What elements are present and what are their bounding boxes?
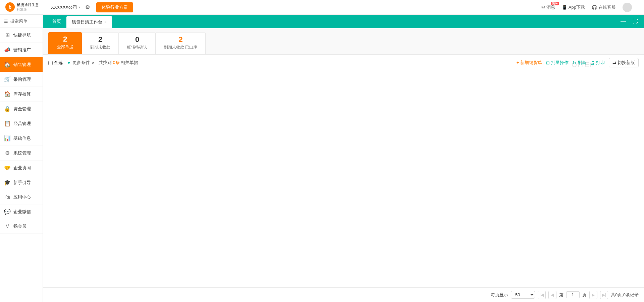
batch-operation-button[interactable]: ⊞ 批量操作	[546, 60, 569, 66]
prev-page-button[interactable]: ◀	[548, 291, 556, 299]
sidebar-label-member: 畅会员	[13, 223, 26, 229]
sidebar-item-appstore[interactable]: 🛍 应用中心	[0, 190, 43, 204]
found-suffix: 相关单据	[121, 60, 138, 65]
stat-tab-shipped[interactable]: 2 到期未收款 已出库	[156, 32, 206, 54]
sidebar-item-finance[interactable]: 🔒 资金管理	[0, 102, 43, 116]
switch-icon: ⇄	[612, 60, 616, 65]
table-area	[43, 71, 644, 287]
tab-home-label: 首页	[52, 18, 61, 24]
tab-close-icon[interactable]: ×	[104, 20, 107, 24]
print-button[interactable]: 🖨 打印	[590, 60, 605, 66]
switch-version-button[interactable]: ⇄ 切换新版	[609, 58, 639, 67]
sidebar-label-business: 经营管理	[13, 121, 31, 127]
sidebar-label-system: 系统管理	[13, 150, 31, 156]
sidebar-label-wechat: 企业微信	[13, 209, 31, 215]
sidebar-item-quick-nav[interactable]: ⊞ 快捷导航	[0, 28, 43, 43]
company-selector[interactable]: XXXXXX公司 ▾	[51, 4, 80, 10]
sidebar-item-guide[interactable]: 🎓 新手引导	[0, 175, 43, 190]
sidebar-label-appstore: 应用中心	[13, 194, 31, 200]
bag-icon: 🛍	[4, 194, 11, 200]
sidebar-item-cooperation[interactable]: 🤝 企业协同	[0, 161, 43, 175]
settings-button[interactable]: ⚙	[83, 3, 92, 12]
stat-overdue-number: 2	[98, 35, 102, 44]
megaphone-icon: 📣	[4, 47, 11, 53]
app-download-button[interactable]: 📱 App下载	[562, 4, 585, 10]
stat-tab-overdue[interactable]: 2 到期未收款	[82, 32, 119, 54]
house-icon: 🏠	[4, 91, 11, 97]
page-number-input[interactable]	[566, 291, 580, 298]
stat-all-number: 2	[63, 35, 67, 44]
grid-icon: ⊞	[4, 32, 11, 38]
shop-icon: 🏠	[4, 61, 11, 68]
footer-pagination: 每页显示 10 20 50 100 |◀ ◀ 第 页 ▶ ▶| 共0页,0条记录	[43, 287, 644, 302]
tab-active-label: 钱货日清工作台	[72, 19, 102, 25]
sidebar-label-guide: 新手引导	[13, 180, 31, 186]
stat-tab-pending[interactable]: 0 旺辅待确认	[119, 32, 156, 54]
sidebar-item-business[interactable]: 📋 经营管理	[0, 116, 43, 131]
per-page-label: 每页显示	[491, 292, 508, 298]
headset-icon: 🎧	[592, 5, 597, 10]
stat-tab-all[interactable]: 2 全部单据	[48, 32, 82, 54]
sidebar-item-marketing[interactable]: 📣 营销推广	[0, 43, 43, 57]
trial-button[interactable]: 体验行业方案	[96, 2, 133, 12]
logo-area: b 畅捷通好生意 标准版	[5, 2, 48, 12]
sidebar-label-marketing: 营销推广	[13, 47, 31, 53]
stat-pending-number: 0	[135, 35, 139, 44]
filter-button[interactable]: ▼ 更多条件 ∨	[67, 60, 95, 66]
page-size-select[interactable]: 10 20 50 100	[511, 291, 535, 299]
tab-home[interactable]: 首页	[47, 15, 66, 28]
sidebar-label-purchase: 采购管理	[13, 76, 31, 82]
batch-label: 批量操作	[551, 60, 569, 66]
sidebar-item-sales[interactable]: 🏠 销售管理	[0, 57, 43, 72]
logo-sub: 标准版	[17, 7, 39, 12]
sidebar-label-sales: 销售管理	[13, 62, 31, 68]
sidebar-label-finance: 资金管理	[13, 106, 31, 112]
vip-icon: V	[4, 223, 11, 229]
chevron-down-icon: ▾	[78, 5, 80, 9]
avatar[interactable]	[623, 3, 632, 12]
print-icon: 🖨	[590, 60, 595, 65]
content-area: 2 全部单据 2 到期未收款 0 旺辅待确认 2 到期未收款 已出库 全选	[43, 28, 644, 302]
tab-maximize-button[interactable]: ⛶	[631, 17, 640, 26]
logo-icon: b	[5, 2, 15, 12]
tab-bar-actions: — ⛶	[619, 17, 640, 26]
sidebar-item-inventory[interactable]: 🏠 库存核算	[0, 87, 43, 102]
tab-bar: 首页 钱货日清工作台 × — ⛶	[43, 15, 644, 28]
message-icon: ✉	[541, 5, 545, 10]
sidebar: ☰ 搜索菜单 ⊞ 快捷导航 📣 营销推广 🏠 销售管理 🛒 采购管理 🏠 库存核…	[0, 15, 43, 302]
top-header: b 畅捷通好生意 标准版 XXXXXX公司 ▾ ⚙ 体验行业方案 ✉ 消息 99…	[0, 0, 644, 15]
tab-minimize-button[interactable]: —	[619, 17, 628, 26]
message-button[interactable]: ✉ 消息 99+	[541, 4, 555, 10]
sidebar-item-basic-info[interactable]: 📊 基础信息	[0, 131, 43, 146]
stat-all-label: 全部单据	[57, 44, 73, 50]
company-name: XXXXXX公司	[51, 4, 77, 10]
sidebar-item-wechat[interactable]: 💬 企业微信	[0, 204, 43, 219]
select-all-label: 全选	[54, 60, 63, 66]
stat-shipped-number: 2	[179, 35, 183, 44]
main-content: 2 全部单据 2 到期未收款 0 旺辅待确认 2 到期未收款 已出库 全选	[43, 28, 644, 302]
first-page-button[interactable]: |◀	[538, 291, 546, 299]
switch-label: 切换新版	[618, 60, 635, 66]
select-all-checkbox[interactable]: 全选	[48, 60, 63, 66]
refresh-button[interactable]: ↻ 刷新	[573, 60, 586, 66]
toolbar-right: + 新增销货单 ⊞ 批量操作 ↻ 刷新 🖨 打印 ⇄ 切换新版	[517, 58, 639, 67]
online-service-button[interactable]: 🎧 在线客服	[592, 4, 616, 10]
last-page-button[interactable]: ▶|	[600, 291, 608, 299]
next-page-button[interactable]: ▶	[589, 291, 597, 299]
chat-icon: 💬	[4, 208, 11, 215]
stat-pending-label: 旺辅待确认	[127, 45, 147, 50]
sidebar-item-system[interactable]: ⚙ 系统管理	[0, 146, 43, 161]
stat-overdue-label: 到期未收款	[90, 45, 110, 50]
sidebar-search[interactable]: ☰ 搜索菜单	[0, 15, 43, 28]
tab-qinghuori[interactable]: 钱货日清工作台 ×	[66, 16, 112, 28]
lock-icon: 🔒	[4, 106, 11, 112]
sidebar-item-member[interactable]: V 畅会员	[0, 219, 43, 234]
table-icon: 📊	[4, 135, 11, 141]
logo-text: 畅捷通好生意	[17, 2, 39, 7]
sidebar-item-purchase[interactable]: 🛒 采购管理	[0, 72, 43, 87]
found-text: 共找到 0条 相关单据	[99, 60, 138, 66]
select-all-input[interactable]	[48, 61, 53, 65]
add-sales-order-button[interactable]: + 新增销货单	[517, 60, 542, 66]
online-service-label: 在线客服	[598, 4, 616, 10]
stat-shipped-label: 到期未收款 已出库	[164, 45, 197, 50]
